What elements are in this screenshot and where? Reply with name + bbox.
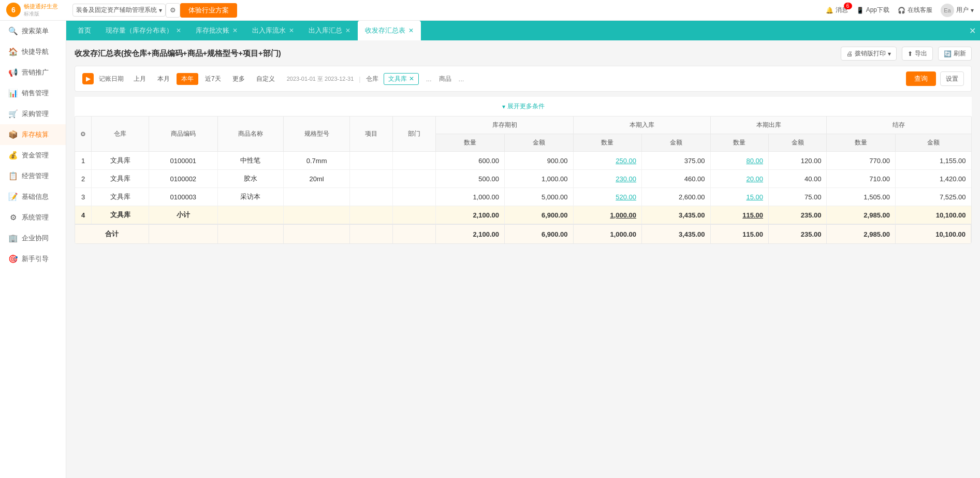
sidebar-item-corp[interactable]: 🏢 企业协同 [0,228,66,249]
row2-dept [393,170,436,188]
expand-more-button[interactable]: ▾ 展开更多条件 [498,100,549,113]
row2-closing-qty: 710.00 [827,170,896,188]
megaphone-icon: 📢 [8,68,18,77]
subtotal-in-qty[interactable]: 1,000.00 [573,206,642,225]
date-btn-more[interactable]: 更多 [228,73,250,85]
row1-dept [393,152,436,170]
row1-in-qty[interactable]: 250.00 [573,152,642,170]
row1-no: 1 [75,152,92,170]
sidebar-item-inventory[interactable]: 📦 库存核算 [0,124,66,145]
warehouse-tag-close[interactable]: ✕ [409,75,414,82]
total-opening-qty: 2,100.00 [436,224,505,243]
row2-opening-amt: 1,000.00 [505,170,574,188]
warehouse-tag[interactable]: 文具库 ✕ [384,73,419,85]
subtotal-out-qty[interactable]: 115.00 [710,206,768,225]
subtotal-warehouse: 文具库 [92,206,149,225]
row2-in-qty[interactable]: 230.00 [573,170,642,188]
tabs-bar: 首页 现存量（库存分布表） ✕ 库存批次账 ✕ 出入库流水 ✕ 出入库汇总 ✕ [66,21,980,40]
th-period-in: 本期入库 [573,117,710,134]
tab-batch[interactable]: 库存批次账 ✕ [188,21,245,40]
row1-opening-amt: 900.00 [505,152,574,170]
logo-text: 畅捷通好生意 [24,3,58,10]
date-btn-custom[interactable]: 自定义 [252,73,280,85]
tab-inout-summary[interactable]: 出入库汇总 ✕ [301,21,358,40]
row3-project [349,188,392,206]
sidebar-item-finance[interactable]: 💰 资金管理 [0,145,66,166]
message-icon-item[interactable]: 🔔 消息 6 [826,6,848,15]
export-button[interactable]: ⬆ 导出 [902,47,933,61]
tab-inventory-dist[interactable]: 现存量（库存分布表） ✕ [98,21,188,40]
sidebar-item-sales[interactable]: 📊 销售管理 [0,83,66,104]
row1-code: 0100001 [149,152,218,170]
filter-setting-button[interactable]: 设置 [940,71,964,86]
goods-dots[interactable]: ... [459,75,464,83]
warehouse-dots[interactable]: ... [426,75,432,83]
sidebar-item-purchase[interactable]: 🛒 采购管理 [0,104,66,124]
row2-project [349,170,392,188]
row3-in-qty[interactable]: 520.00 [573,188,642,206]
row3-opening-amt: 5,000.00 [505,188,574,206]
table-row: 3 文具库 0100003 采访本 1,000.00 5,000.00 520.… [75,188,971,206]
tab-close-2[interactable]: ✕ [232,27,238,34]
avatar: Ea [941,4,954,17]
refresh-button[interactable]: 🔄 刷新 [938,47,972,61]
close-all-tabs-button[interactable]: ✕ [969,26,976,35]
subtotal-dept [393,206,436,225]
sidebar-item-system[interactable]: ⚙ 系统管理 [0,207,66,228]
total-out-qty: 115.00 [710,224,768,243]
date-btn-this-month[interactable]: 本月 [153,73,174,85]
filter-expand-button[interactable]: ▶ [82,73,94,84]
table-row: 1 文具库 0100001 中性笔 0.7mm 600.00 900.00 25… [75,152,971,170]
print-button[interactable]: 🖨 拨销版打印 ▾ [841,47,897,61]
tab-home[interactable]: 首页 [70,21,98,40]
row3-out-qty[interactable]: 15.00 [710,188,768,206]
total-closing-qty: 2,985.00 [827,224,896,243]
sidebar-item-guide[interactable]: 🏠 快捷导航 [0,41,66,62]
row1-out-qty[interactable]: 80.00 [710,152,768,170]
user-item[interactable]: Ea 用户 ▾ [941,4,974,17]
row3-dept [393,188,436,206]
row2-in-amt: 460.00 [642,170,711,188]
row1-spec: 0.7mm [284,152,350,170]
tab-close-1[interactable]: ✕ [176,27,181,34]
th-out-amt: 金额 [769,134,827,152]
clipboard-icon: 📋 [8,171,18,181]
app-download-item[interactable]: 📱 App下载 [856,6,889,15]
exp-btn[interactable]: 体验行业方案 [180,3,237,18]
table-row: 2 文具库 0100002 胶水 20ml 500.00 1,000.00 23… [75,170,971,188]
settings-button[interactable]: ⚙ [166,3,180,18]
subtotal-opening-qty: 2,100.00 [436,206,505,225]
filter-bar: ▶ 记账日期 上月 本月 本年 近7天 更多 自定义 2023-01-01 至 … [75,66,972,92]
date-label: 记账日期 [99,75,124,83]
tab-close-3[interactable]: ✕ [289,27,294,34]
tab-receive-summary[interactable]: 收发存汇总表 ✕ [358,21,421,40]
date-btn-this-year[interactable]: 本年 [177,73,198,85]
date-btn-7days[interactable]: 近7天 [200,73,226,85]
sidebar-item-newbie[interactable]: 🎯 新手引导 [0,249,66,269]
row3-code: 0100003 [149,188,218,206]
tab-inout-flow[interactable]: 出入库流水 ✕ [245,21,301,40]
service-item[interactable]: 🎧 在线客服 [898,6,932,15]
tab-close-5[interactable]: ✕ [408,27,414,34]
table-settings-header[interactable]: ⚙ [75,117,92,152]
th-in-amt: 金额 [642,134,711,152]
sidebar-item-basic[interactable]: 📝 基础信息 [0,186,66,207]
sidebar-item-search[interactable]: 🔍 搜索菜单 [0,21,66,41]
tab-close-4[interactable]: ✕ [345,27,350,34]
th-closing-qty: 数量 [827,134,896,152]
query-button[interactable]: 查询 [906,71,936,86]
date-btn-last-month[interactable]: 上月 [129,73,151,85]
th-goods-spec: 规格型号 [284,117,350,152]
sidebar-item-operation[interactable]: 📋 经营管理 [0,166,66,186]
total-opening-amt: 6,900.00 [505,224,574,243]
row1-name: 中性笔 [217,152,284,170]
system-title-select[interactable]: 装备及固定资产辅助管理系统 ▾ [72,4,166,17]
bell-icon: 🔔 [826,7,833,14]
page-title: 收发存汇总表(按仓库+商品编码+商品+规格型号+项目+部门) [75,49,281,59]
row1-warehouse: 文具库 [92,152,149,170]
phone-icon: 📱 [856,7,864,14]
row2-out-qty[interactable]: 20.00 [710,170,768,188]
row1-out-amt: 120.00 [769,152,827,170]
th-period-out: 本期出库 [710,117,827,134]
sidebar-item-marketing[interactable]: 📢 营销推广 [0,62,66,83]
